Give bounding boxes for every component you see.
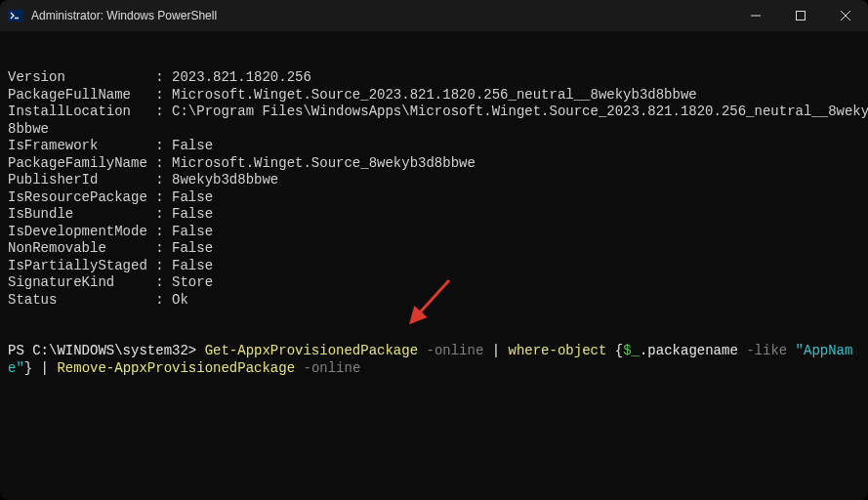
flag: -like xyxy=(738,343,796,358)
output-line: PackageFamilyName : Microsoft.Winget.Sou… xyxy=(8,155,860,173)
minimize-button[interactable] xyxy=(733,0,778,31)
output-line: IsResourcePackage : False xyxy=(8,189,860,207)
pipe: | xyxy=(32,360,57,376)
window-title: Administrator: Windows PowerShell xyxy=(31,9,217,22)
flag: -online xyxy=(418,343,483,358)
blank-line xyxy=(8,309,860,326)
blank-line xyxy=(8,326,860,344)
titlebar[interactable]: Administrator: Windows PowerShell xyxy=(0,0,868,31)
flag: -online xyxy=(295,360,360,376)
output-line: Status : Ok xyxy=(8,292,860,310)
powershell-window: Administrator: Windows PowerShell Versio… xyxy=(0,0,868,500)
svg-rect-3 xyxy=(797,12,806,21)
pipe: | xyxy=(483,343,508,358)
close-button[interactable] xyxy=(823,0,868,31)
prompt-line[interactable]: PS C:\WINDOWS\system32> Get-AppxProvisio… xyxy=(8,343,860,377)
output-line: IsPartiallyStaged : False xyxy=(8,258,860,275)
output-line: Version : 2023.821.1820.256 xyxy=(8,69,860,87)
prompt-prefix: PS C:\WINDOWS\system32> xyxy=(8,343,205,358)
cmdlet: Get-AppxProvisionedPackage xyxy=(205,343,418,358)
terminal-output[interactable]: Version : 2023.821.1820.256PackageFullNa… xyxy=(0,31,868,500)
output-line: InstallLocation : C:\Program Files\Windo… xyxy=(8,104,860,121)
cmdlet: where-object xyxy=(509,343,607,358)
variable: $_ xyxy=(623,343,640,358)
output-line: IsDevelopmentMode : False xyxy=(8,224,860,241)
brace: { xyxy=(606,343,623,358)
maximize-button[interactable] xyxy=(778,0,823,31)
output-line: IsBundle : False xyxy=(8,206,860,224)
svg-rect-0 xyxy=(8,10,23,21)
output-line: PackageFullName : Microsoft.Winget.Sourc… xyxy=(8,87,860,104)
output-line: IsFramework : False xyxy=(8,138,860,155)
output-line: SignatureKind : Store xyxy=(8,274,860,292)
brace: } xyxy=(24,360,32,376)
powershell-icon xyxy=(8,8,23,23)
output-line: NonRemovable : False xyxy=(8,240,860,258)
output-line-continuation: 8bbwe xyxy=(8,121,860,139)
cmdlet: Remove-AppxProvisionedPackage xyxy=(57,360,295,376)
output-line: PublisherId : 8wekyb3d8bbwe xyxy=(8,172,860,189)
member: .packagename xyxy=(640,343,738,358)
